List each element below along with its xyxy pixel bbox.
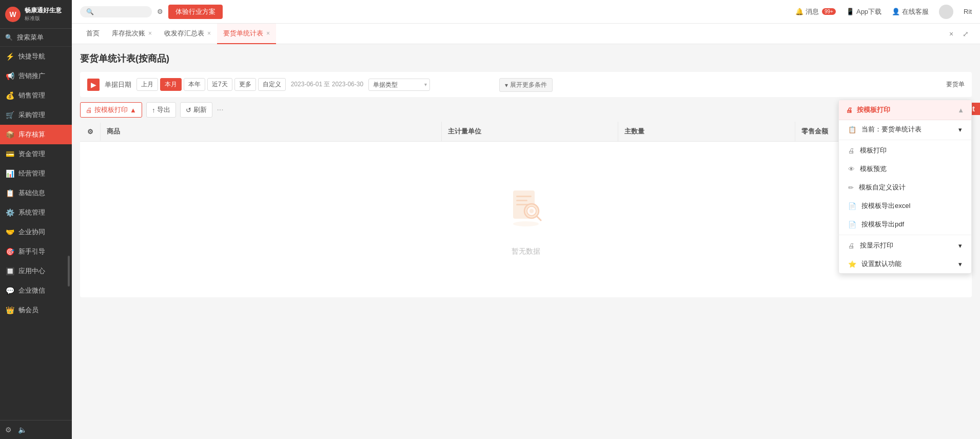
refresh-button[interactable]: ↺ 刷新 bbox=[180, 102, 212, 118]
refresh-icon: ↺ bbox=[186, 106, 191, 114]
tab-order-stats[interactable]: 要货单统计表 × bbox=[217, 24, 276, 44]
topbar-gear-icon[interactable]: ⚙ bbox=[157, 8, 163, 15]
settings-bottom-icon[interactable]: ⚙ bbox=[5, 426, 12, 434]
sidebar-item-marketing[interactable]: 📢 营销推广 bbox=[0, 66, 72, 86]
system-icon: ⚙️ bbox=[5, 208, 14, 217]
sidebar-item-operations[interactable]: 📊 经营管理 bbox=[0, 164, 72, 183]
sidebar-item-system[interactable]: ⚙️ 系统管理 bbox=[0, 203, 72, 222]
export-icon: ↑ bbox=[152, 106, 155, 114]
guide-icon: 🎯 bbox=[5, 247, 14, 256]
page-area: 要货单统计表(按商品) ▶ 单据日期 上月 本月 本年 近7天 更多 自定义 2… bbox=[72, 44, 980, 439]
th-qty[interactable]: 主数量 bbox=[618, 122, 795, 141]
apps-icon: 🔲 bbox=[5, 267, 14, 275]
pdf-icon: 📄 bbox=[848, 221, 856, 228]
tab-close-inventory-batch[interactable]: × bbox=[148, 30, 152, 37]
sidebar-item-member[interactable]: 👑 畅会员 bbox=[0, 300, 72, 320]
app-download-button[interactable]: 📱 App下载 bbox=[846, 7, 881, 16]
display-print-left: 🖨 按显示打印 bbox=[848, 241, 893, 250]
expand-icon: ▾ bbox=[505, 82, 508, 89]
sidebar-nav: ⚡ 快捷导航 📢 营销推广 💰 销售管理 🛒 采购管理 📦 库存核算 💳 资金管… bbox=[0, 47, 72, 410]
printer-icon: 🖨 bbox=[86, 106, 92, 114]
th-checkbox[interactable]: ⚙ bbox=[80, 123, 101, 141]
main-area: 🔍 ⚙ 体验行业方案 🔔 消息 99+ 📱 App下载 👤 在线客服 Rit bbox=[72, 0, 980, 439]
sidebar-item-apps[interactable]: 🔲 应用中心 bbox=[0, 261, 72, 281]
template-print-button[interactable]: 🖨 按模板打印 ▲ bbox=[80, 102, 142, 118]
dropdown-template-print[interactable]: 🖨 模板打印 bbox=[839, 141, 971, 160]
dropdown-divider-1 bbox=[839, 140, 971, 140]
th-unit[interactable]: 主计量单位 bbox=[442, 122, 619, 141]
date-more-button[interactable]: 更多 bbox=[234, 78, 256, 91]
tab-inventory-batch[interactable]: 库存批次账 × bbox=[106, 24, 158, 44]
sound-icon[interactable]: 🔈 bbox=[18, 426, 27, 434]
expand-more-button[interactable]: ▾ 展开更多条件 bbox=[499, 78, 553, 92]
goods-filter-label: 要货单 bbox=[946, 80, 965, 89]
date-filter-label: 单据日期 bbox=[105, 80, 131, 89]
date-prev-month-button[interactable]: 上月 bbox=[136, 78, 158, 91]
window-close-button[interactable]: × bbox=[945, 28, 957, 40]
current-template-left: 📋 当前：要货单统计表 bbox=[848, 125, 922, 134]
sidebar-item-purchase[interactable]: 🛒 采购管理 bbox=[0, 105, 72, 125]
bell-icon: 🔔 bbox=[795, 8, 803, 15]
export-button[interactable]: ↑ 导出 bbox=[146, 102, 177, 118]
page-title: 要货单统计表(按商品) bbox=[80, 52, 972, 65]
marketing-icon: 📢 bbox=[5, 72, 14, 80]
dropdown-template-preview[interactable]: 👁 模板预览 bbox=[839, 160, 971, 178]
dropdown-set-default[interactable]: ⭐ 设置默认功能 ▾ bbox=[839, 255, 971, 273]
sidebar-item-quick-nav[interactable]: ⚡ 快捷导航 bbox=[0, 47, 72, 66]
date-7days-button[interactable]: 近7天 bbox=[207, 78, 232, 91]
topbar-search[interactable]: 🔍 bbox=[80, 6, 152, 17]
operations-icon: 📊 bbox=[5, 169, 14, 178]
tab-home[interactable]: 首页 bbox=[80, 24, 106, 44]
tabs-bar: 首页 库存批次账 × 收发存汇总表 × 要货单统计表 × × ⤢ bbox=[72, 24, 980, 44]
dropdown-controls: ▲ bbox=[957, 106, 964, 114]
date-year-button[interactable]: 本年 bbox=[184, 78, 205, 91]
svg-rect-3 bbox=[516, 200, 527, 201]
finance-icon: 💳 bbox=[5, 150, 14, 158]
date-current-month-button[interactable]: 本月 bbox=[160, 78, 182, 91]
svg-line-7 bbox=[537, 216, 541, 220]
trial-button[interactable]: 体验行业方案 bbox=[168, 5, 223, 19]
sidebar-search[interactable]: 🔍 搜索菜单 bbox=[0, 29, 72, 47]
sales-icon: 💰 bbox=[5, 91, 14, 100]
tab-close-order-stats[interactable]: × bbox=[266, 30, 270, 37]
sidebar-item-sales[interactable]: 💰 销售管理 bbox=[0, 86, 72, 105]
dropdown-template-custom[interactable]: ✏ 模板自定义设计 bbox=[839, 178, 971, 197]
sidebar-bottom: ⚙ 🔈 bbox=[0, 420, 72, 439]
filter-toggle-button[interactable]: ▶ bbox=[87, 79, 100, 91]
th-goods[interactable]: 商品 bbox=[101, 122, 442, 141]
display-print-arrow: ▾ bbox=[958, 242, 962, 250]
window-maximize-button[interactable]: ⤢ bbox=[959, 28, 972, 40]
more-options-button[interactable]: ··· bbox=[217, 105, 223, 114]
tab-receipt-summary[interactable]: 收发存汇总表 × bbox=[158, 24, 217, 44]
dropdown-current-template[interactable]: 📋 当前：要货单统计表 ▾ bbox=[839, 120, 971, 139]
date-buttons: 上月 本月 本年 近7天 更多 自定义 bbox=[136, 78, 286, 91]
type-filter-wrapper: 单据类型 bbox=[368, 79, 430, 91]
user-avatar[interactable] bbox=[939, 5, 953, 19]
chevron-up-icon: ▲ bbox=[130, 106, 136, 114]
sidebar-item-base[interactable]: 📋 基础信息 bbox=[0, 183, 72, 203]
collab-icon: 🤝 bbox=[5, 228, 14, 236]
type-filter-select[interactable]: 单据类型 bbox=[368, 79, 430, 91]
dropdown-header: 🖨 按模板打印 ▲ bbox=[839, 100, 971, 120]
dropdown-chevron-up-icon[interactable]: ▲ bbox=[957, 106, 964, 114]
date-range-display: 2023-06-01 至 2023-06-30 bbox=[291, 80, 363, 89]
sidebar-item-finance[interactable]: 💳 资金管理 bbox=[0, 144, 72, 164]
sidebar-item-inventory[interactable]: 📦 库存核算 bbox=[0, 125, 72, 144]
template-icon: 📋 bbox=[848, 126, 856, 133]
notifications-button[interactable]: 🔔 消息 99+ bbox=[795, 7, 836, 16]
sidebar-logo: W 畅康通好生意 标准版 bbox=[0, 0, 72, 29]
dropdown-export-pdf[interactable]: 📄 按模板导出pdf bbox=[839, 215, 971, 234]
date-custom-button[interactable]: 自定义 bbox=[258, 78, 286, 91]
dropdown-export-excel[interactable]: 📄 按模板导出excel bbox=[839, 197, 971, 215]
set-default-icon: ⭐ bbox=[848, 260, 856, 268]
username-label: Rit bbox=[964, 8, 972, 15]
dropdown-display-print[interactable]: 🖨 按显示打印 ▾ bbox=[839, 236, 971, 255]
sidebar-item-collab[interactable]: 🤝 企业协同 bbox=[0, 222, 72, 242]
topbar-search-icon: 🔍 bbox=[86, 8, 94, 15]
sidebar-item-guide[interactable]: 🎯 新手引导 bbox=[0, 242, 72, 261]
tab-close-receipt-summary[interactable]: × bbox=[207, 30, 211, 37]
online-service-button[interactable]: 👤 在线客服 bbox=[892, 7, 929, 16]
sidebar-item-wechat[interactable]: 💬 企业微信 bbox=[0, 281, 72, 300]
app-title: 畅康通好生意 标准版 bbox=[25, 6, 62, 22]
inventory-icon: 📦 bbox=[5, 130, 14, 139]
